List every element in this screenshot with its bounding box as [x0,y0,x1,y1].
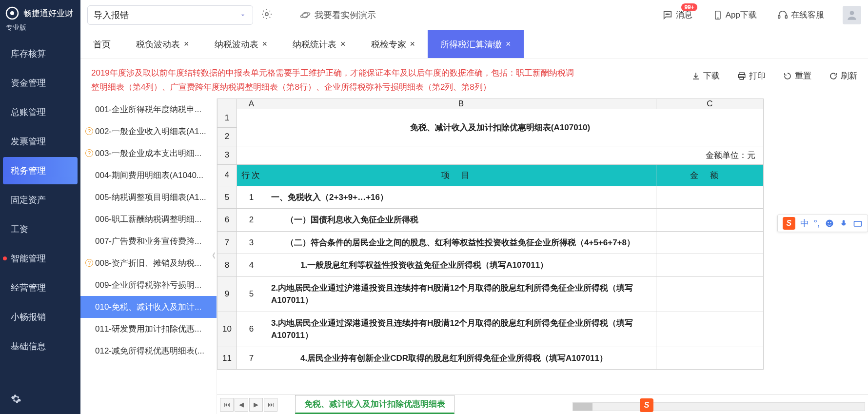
desc-cell[interactable]: （二）符合条件的居民企业之间的股息、红利等权益性投资收益免征企业所得税（4+5+… [266,231,656,254]
desc-cell[interactable]: 1.一般股息红利等权益性投资收益免征企业所得税（填写A107011） [266,254,656,277]
row-header[interactable]: 5 [217,186,237,209]
desc-cell[interactable]: 2.内地居民企业通过沪港通投资且连续持有H股满12个月取得的股息红利所得免征企业… [266,276,656,312]
sheet-nav-last[interactable]: ⏭ [264,398,277,412]
search-settings-button[interactable] [261,8,273,22]
row-header[interactable]: 3 [217,146,237,164]
ime-keyboard-icon[interactable] [853,218,863,228]
tab-close-icon[interactable]: × [410,39,415,49]
report-item-11[interactable]: 012-减免所得税优惠明细表(... [80,340,217,362]
report-item-5[interactable]: 006-职工薪酬纳税调整明细... [80,208,217,230]
sidebar-item-8[interactable]: 经营管理 [0,273,80,302]
row-header[interactable]: 9 [217,276,237,312]
amount-cell[interactable] [656,231,764,254]
print-button[interactable]: 打印 [737,70,766,81]
refresh-button[interactable]: 刷新 [829,70,857,81]
report-item-8[interactable]: 009-企业所得税弥补亏损明... [80,274,217,296]
corner-cell[interactable] [217,99,237,109]
row-header[interactable]: 2 [217,127,237,146]
row-header[interactable]: 6 [217,209,237,232]
avatar[interactable] [843,6,861,24]
gear-icon [11,394,21,404]
report-item-1[interactable]: ?002-一般企业收入明细表(A1... [80,120,217,142]
amount-cell[interactable] [656,312,764,347]
app-download-button[interactable]: App下载 [713,9,757,20]
sidebar-settings[interactable] [0,386,80,414]
ime-lang[interactable]: 中 [800,217,809,229]
online-service-button[interactable]: 在线客服 [777,9,824,20]
search-input[interactable]: 导入报错 [87,5,253,25]
sidebar-item-4[interactable]: 税务管理 [3,157,78,184]
ime-punct-icon[interactable]: °, [814,218,820,229]
amount-cell[interactable] [656,209,764,232]
seq-cell[interactable]: 3 [237,231,266,254]
report-item-7[interactable]: ?008-资产折旧、摊销及纳税... [80,252,217,274]
tab-close-icon[interactable]: × [262,39,268,49]
seq-cell[interactable]: 1 [237,186,266,209]
sheet-nav-next[interactable]: ▶ [249,398,263,412]
sidebar-item-2[interactable]: 总账管理 [0,98,80,127]
report-list: 001-企业所得税年度纳税申...?002-一般企业收入明细表(A1...?00… [80,99,217,414]
amount-cell[interactable] [656,186,764,209]
seq-cell[interactable]: 7 [237,347,266,370]
sidebar-item-7[interactable]: 智能管理 [0,244,80,273]
seq-cell[interactable]: 6 [237,312,266,347]
amount-cell[interactable] [656,254,764,277]
row-header[interactable]: 10 [217,312,237,347]
ime-mic-icon[interactable] [839,218,848,228]
seq-cell[interactable]: 5 [237,276,266,312]
tab-3[interactable]: 纳税统计表× [280,30,358,58]
sheet-nav-first[interactable]: ⏮ [220,398,234,412]
tab-close-icon[interactable]: × [184,39,189,49]
reset-button[interactable]: 重置 [783,70,811,81]
report-item-4[interactable]: 005-纳税调整项目明细表(A1... [80,186,217,208]
ime-face-icon[interactable] [825,218,834,228]
spreadsheet-grid[interactable]: ABC 1免税、减计收入及加计扣除优惠明细表(A107010) 2 3金额单位：… [217,99,868,394]
report-item-0[interactable]: 001-企业所得税年度纳税申... [80,99,217,120]
col-header-b[interactable]: B [266,99,656,109]
tab-5[interactable]: 所得税汇算清缴× [428,30,524,58]
row-header[interactable]: 11 [217,347,237,370]
desc-cell[interactable]: （一）国债利息收入免征企业所得税 [266,209,656,232]
sidebar-item-6[interactable]: 工资 [0,215,80,244]
sidebar-item-1[interactable]: 资金管理 [0,68,80,98]
desc-cell[interactable]: 3.内地居民企业通过深港通投资且连续持有H股满12个月取得的股息红利所得免征企业… [266,312,656,347]
ime-toolbar[interactable]: S 中 °, [777,215,868,232]
report-item-6[interactable]: 007-广告费和业务宣传费跨... [80,230,217,252]
tab-close-icon[interactable]: × [506,39,511,49]
row-header[interactable]: 7 [217,231,237,254]
seq-cell[interactable]: 4 [237,254,266,277]
sheet-nav-prev[interactable]: ◀ [235,398,248,412]
horizontal-scrollbar[interactable] [572,402,865,411]
sidebar-item-0[interactable]: 库存核算 [0,39,80,68]
tab-1[interactable]: 税负波动表× [123,30,202,58]
desc-cell[interactable]: 一、免税收入（2+3+9+…+16） [266,186,656,209]
sidebar-item-3[interactable]: 发票管理 [0,127,80,156]
sheet-tab[interactable]: 免税、减计收入及加计扣除优惠明细表 [295,395,454,414]
refresh-icon [829,72,838,80]
desc-cell[interactable]: 4.居民企业持有创新企业CDR取得的股息红利所得免征企业所得税（填写A10701… [266,347,656,370]
report-item-3[interactable]: 004-期间费用明细表(A1040... [80,164,217,186]
col-header-c[interactable]: C [656,99,764,109]
row-header[interactable]: 1 [217,109,237,127]
sidebar-item-10[interactable]: 基础信息 [0,332,80,361]
amount-cell[interactable] [656,276,764,312]
row-header[interactable]: 8 [217,254,237,277]
download-button[interactable]: 下载 [691,70,720,81]
row-header[interactable]: 4 [217,164,237,186]
report-item-9[interactable]: 010-免税、减计收入及加计... [80,296,217,318]
tab-close-icon[interactable]: × [340,39,346,49]
demo-link[interactable]: 我要看实例演示 [300,9,376,21]
sidebar-item-9[interactable]: 小畅报销 [0,302,80,332]
tab-0[interactable]: 首页 [80,30,123,58]
amount-cell[interactable] [656,347,764,370]
seq-cell[interactable]: 2 [237,209,266,232]
report-item-2[interactable]: ?003-一般企业成本支出明细... [80,142,217,164]
collapse-handle[interactable]: 《 [208,250,217,262]
os-ime-icon[interactable]: S [640,398,653,412]
report-item-10[interactable]: 011-研发费用加计扣除优惠... [80,318,217,340]
col-header-a[interactable]: A [237,99,266,109]
tab-2[interactable]: 纳税波动表× [202,30,280,58]
messages-button[interactable]: 消息 99+ [662,9,692,20]
tab-4[interactable]: 税检专家× [358,30,428,58]
sidebar-item-5[interactable]: 固定资产 [0,185,80,215]
